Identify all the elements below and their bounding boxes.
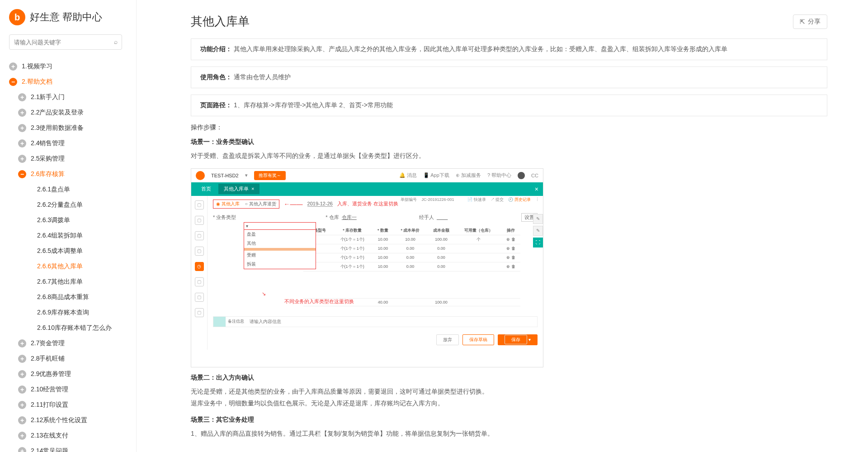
plus-icon: + [18, 401, 26, 409]
shot-tenant: TEST-HSD2 [211, 173, 239, 178]
shot-body: 单据编号 JC-20191226-001 📄 快速录 ↗ 提交 🕘 历史记录 ⋮… [208, 196, 543, 350]
nav-label: 2.6.6其他入库单 [37, 262, 83, 271]
nav-label: 2.6.1盘点单 [37, 186, 70, 194]
nav-2-6-3[interactable]: 2.6.3调拨单 [9, 213, 136, 228]
nav-label: 2.1新手入门 [31, 93, 65, 101]
nav-2-6-10[interactable]: 2.6.10库存账本错了怎么办 [9, 320, 136, 336]
shot-docno: JC-20191226-001 [421, 197, 454, 202]
shot-link-app: 📱 App下载 [423, 172, 449, 179]
shot-link-msg: 🔔 消息 [399, 172, 417, 179]
nav-2-12[interactable]: +2.12系统个性化设置 [9, 413, 136, 428]
nav-2-6-4[interactable]: 2.6.4组装拆卸单 [9, 228, 136, 243]
nav-label: 2.6.8商品成本重算 [37, 293, 89, 301]
shot-link-help: ? 帮助中心 [487, 172, 511, 179]
page-title: 其他入库单 [191, 14, 250, 29]
scene1-title: 场景一：业务类型确认 [191, 138, 827, 146]
nav-help-docs[interactable]: −2.帮助文档 [9, 74, 136, 90]
shot-tabbar: 首页 其他入库单× × [191, 182, 543, 196]
nav-label: 2.8手机旺铺 [31, 355, 65, 363]
nav-2-14[interactable]: +2.14常见问题 [9, 443, 136, 452]
shot-btn-save: 保存 ▾ [498, 334, 538, 345]
nav-2-5[interactable]: +2.5采购管理 [9, 151, 136, 167]
shot-btn-draft: 保存草稿 [462, 334, 494, 345]
steps-label: 操作步骤： [191, 124, 827, 132]
nav-2-10[interactable]: +2.10经营管理 [9, 382, 136, 397]
search-input[interactable] [9, 34, 122, 50]
nav-2-6-5[interactable]: 2.6.5成本调整单 [9, 243, 136, 259]
shot-note2: 不同业务的入库类型在这里切换 [284, 298, 354, 305]
shot-note1: 入库、退货业务 在这里切换 [337, 200, 398, 207]
embedded-screenshot: TEST-HSD2 ▾ 推荐有奖～ 🔔 消息 📱 App下载 ⊕ 加减服务 ? … [191, 168, 543, 367]
sidebar: b 好生意 帮助中心 ⌕ +1.视频学习 −2.帮助文档 +2.1新手入门 +2… [0, 0, 137, 452]
nav-label: 2.帮助文档 [22, 78, 52, 86]
nav-label: 2.6.3调拨单 [37, 216, 70, 224]
plus-icon: + [18, 139, 26, 147]
nav-label: 2.13在线支付 [31, 432, 68, 440]
rail-icon: ▢ [195, 247, 204, 256]
nav-label: 2.9优惠券管理 [31, 370, 71, 378]
nav-2-6-6[interactable]: 2.6.6其他入库单 [9, 259, 136, 274]
nav-label: 2.6.4组装拆卸单 [37, 232, 83, 240]
plus-icon: + [18, 155, 26, 163]
nav-2-6-2[interactable]: 2.6.2分量盘点单 [9, 197, 136, 213]
nav-2-2[interactable]: +2.2产品安装及登录 [9, 105, 136, 120]
nav-2-3[interactable]: +2.3使用前数据准备 [9, 120, 136, 136]
shot-tab-doc: 其他入库单× [218, 184, 259, 194]
site-title: 好生意 帮助中心 [30, 10, 102, 24]
rail-icon: ▢ [195, 277, 204, 286]
scene3-title: 场景三：其它业务处理 [191, 416, 827, 424]
plus-icon: + [18, 370, 26, 378]
plus-icon: + [18, 339, 26, 347]
shot-user: CC [531, 173, 538, 178]
nav-2-11[interactable]: +2.11打印设置 [9, 397, 136, 413]
close-icon: × [535, 186, 538, 193]
nav-2-4[interactable]: +2.4销售管理 [9, 136, 136, 151]
logo-icon: b [9, 9, 25, 25]
plus-icon: + [18, 124, 26, 132]
nav-2-1[interactable]: +2.1新手入门 [9, 90, 136, 105]
shot-docno-label: 单据编号 [401, 197, 417, 203]
shot-promo-button: 推荐有奖～ [254, 171, 286, 180]
nav-2-13[interactable]: +2.13在线支付 [9, 428, 136, 443]
plus-icon: + [18, 93, 26, 101]
scene1-body: 对于受赠、盘盈或是拆装入库等不同的业务，是通过单据头【业务类型】进行区分。 [191, 150, 827, 162]
nav-2-6-9[interactable]: 2.6.9库存账本查询 [9, 305, 136, 320]
scene3-body: 1、赠品入库的商品直接转为销售。通过工具栏【复制/复制为销货单】功能，将单据信息… [191, 428, 827, 440]
shot-right-rail: ✎ ✎ ⛶ [533, 214, 543, 247]
plus-icon: + [18, 447, 26, 452]
share-icon: ⇱ [800, 18, 805, 25]
nav-label: 2.10经营管理 [31, 385, 68, 394]
plus-icon: + [18, 432, 26, 440]
rail-icon-active: ◷ [195, 262, 204, 271]
rail-icon: ✎ [533, 214, 543, 224]
share-button[interactable]: ⇱ 分享 [793, 14, 827, 29]
nav-2-6[interactable]: −2.6库存核算 [9, 167, 136, 182]
close-icon: × [251, 186, 254, 191]
nav-2-6-1[interactable]: 2.6.1盘点单 [9, 182, 136, 197]
nav-label: 2.12系统个性化设置 [31, 416, 87, 424]
shot-table: 规格型号* 库存数量* 数量* 成本单价成本金额可用量（仓库）操作 个(1个 =… [303, 226, 520, 306]
nav-label: 2.6库存核算 [31, 170, 65, 178]
nav-2-6-7[interactable]: 2.6.7其他出库单 [9, 274, 136, 290]
nav-label: 2.6.10库存账本错了怎么办 [37, 324, 112, 332]
shot-remark-row: 备注信息 [213, 316, 538, 327]
nav-label: 2.7资金管理 [31, 339, 65, 347]
nav-2-9[interactable]: +2.9优惠券管理 [9, 366, 136, 382]
rail-icon: ▢ [195, 231, 204, 240]
nav-2-8[interactable]: +2.8手机旺铺 [9, 351, 136, 366]
nav-label: 1.视频学习 [22, 62, 52, 71]
nav-label: 2.6.9库存账本查询 [37, 309, 89, 317]
nav-label: 2.3使用前数据准备 [31, 124, 84, 132]
nav-label: 2.6.5成本调整单 [37, 247, 83, 255]
nav-2-6-8[interactable]: 2.6.8商品成本重算 [9, 290, 136, 305]
path-text: 1、库存核算->库存管理->其他入库单 2、首页->常用功能 [234, 101, 393, 109]
plus-icon: + [18, 109, 26, 117]
rail-icon: ⛶ [533, 238, 543, 247]
shot-toolbar-right: 单据编号 JC-20191226-001 📄 快速录 ↗ 提交 🕘 历史记录 ⋮ [401, 197, 539, 203]
nav-label: 2.14常见问题 [31, 447, 68, 452]
nav-video-learning[interactable]: +1.视频学习 [9, 59, 136, 74]
search-icon[interactable]: ⌕ [114, 38, 118, 45]
plus-icon: + [18, 416, 26, 424]
plus-icon: + [18, 355, 26, 363]
nav-2-7[interactable]: +2.7资金管理 [9, 336, 136, 351]
